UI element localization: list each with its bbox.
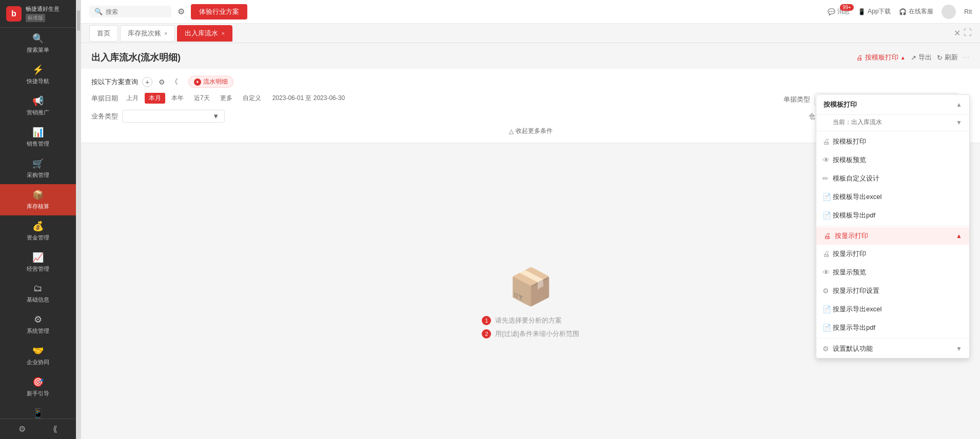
dropdown-footer-item[interactable]: ⚙ 设置默认功能 ▼ <box>816 340 969 358</box>
sidebar-item-purchase[interactable]: 🛒 采购管理 <box>0 153 76 184</box>
sidebar-item-marketing[interactable]: 📢 营销推广 <box>0 90 76 122</box>
collapse-sidebar-icon[interactable]: ⟪ <box>53 424 57 434</box>
message-button[interactable]: 💬 消息 99+ <box>828 7 850 16</box>
mobile-icon: 📱 <box>858 8 866 15</box>
current-arrow-icon: ▼ <box>956 119 962 126</box>
dropdown-item-label: 按显示导出pdf <box>833 323 875 332</box>
template-print-arrow-icon: ▲ <box>900 55 906 61</box>
sidebar-item-inventory[interactable]: 📦 库存核算 <box>0 184 76 215</box>
template-print-label: 按模板打印 <box>865 53 898 62</box>
filter-header: 按以下方案查询 + ⚙ 《 ✦ 流水明细 <box>91 76 970 88</box>
window-expand-icon[interactable]: ⛶ <box>964 28 972 38</box>
tab-inout-flow[interactable]: 出入库流水 × <box>177 25 232 42</box>
filter-settings-icon[interactable]: ⚙ <box>156 77 167 87</box>
dropdown-item-display-print-settings[interactable]: ⚙ 按显示打印设置 <box>816 282 969 300</box>
active-filter-tag: ✦ 流水明细 <box>188 76 233 88</box>
date-opt-custom[interactable]: 自定义 <box>239 93 265 104</box>
date-opt-this-month[interactable]: 本月 <box>145 93 165 104</box>
filter-add-button[interactable]: + <box>142 77 152 87</box>
sidebar-item-system[interactable]: ⚙ 系统管理 <box>0 309 76 340</box>
sidebar-scroll-indicator <box>76 0 81 439</box>
excel-icon-2: 📄 <box>822 305 831 313</box>
settings-gear-icon[interactable]: ⚙ <box>18 424 26 434</box>
username-label: Rit <box>964 8 972 15</box>
empty-step-1: 1 请先选择要分析的方案 <box>482 316 579 325</box>
export-button[interactable]: ↗ 导出 <box>911 53 932 62</box>
export-label: 导出 <box>918 53 932 62</box>
pdf-icon: 📄 <box>822 211 831 220</box>
avatar[interactable] <box>942 5 956 19</box>
tab-batch-account[interactable]: 库存批次账 × <box>120 25 175 42</box>
filter-title: 按以下方案查询 <box>91 77 138 87</box>
tab-home[interactable]: 首页 <box>89 25 118 42</box>
empty-steps: 1 请先选择要分析的方案 2 用[过滤]条件来缩小分析范围 <box>482 316 579 338</box>
dropdown-item-template-export-pdf[interactable]: 📄 按模板导出pdf <box>816 206 969 225</box>
date-opt-last-month[interactable]: 上月 <box>122 93 143 104</box>
industry-solution-button[interactable]: 体验行业方案 <box>191 4 247 19</box>
divider-2 <box>816 226 969 226</box>
sidebar-item-label: 营销推广 <box>27 109 49 116</box>
sidebar-bottom: ⚙ ⟪ <box>0 418 76 439</box>
date-opt-7days[interactable]: 近7天 <box>190 93 214 104</box>
dropdown-item-display-print[interactable]: 🖨 按显示打印 <box>816 245 969 263</box>
date-options: 上月 本月 本年 近7天 更多 自定义 <box>122 93 265 104</box>
dropdown-item-template-export-excel[interactable]: 📄 按模板导出excel <box>816 188 969 206</box>
printer-icon-2: 🖨 <box>822 250 830 258</box>
topbar-gear-icon[interactable]: ⚙ <box>178 7 185 16</box>
app-version: 标准版 <box>26 14 45 22</box>
step-2-label: 用[过滤]条件来缩小分析范围 <box>495 329 579 338</box>
sidebar-item-app-center[interactable]: 📱 应用中心 <box>0 403 76 418</box>
dropdown-item-label: 按模板打印 <box>833 137 866 146</box>
divider-3 <box>816 338 969 338</box>
template-print-button[interactable]: 🖨 按模板打印 ▲ <box>856 53 906 62</box>
date-opt-this-year[interactable]: 本年 <box>167 93 188 104</box>
tab-inout-flow-close-icon[interactable]: × <box>221 30 224 36</box>
display-print-section-header[interactable]: 🖨 按显示打印 ▲ <box>816 227 969 245</box>
more-options-icon[interactable]: ··· <box>963 53 970 62</box>
sidebar-item-operations[interactable]: 📈 经营管理 <box>0 247 76 278</box>
dropdown-item-display-export-pdf[interactable]: 📄 按显示导出pdf <box>816 318 969 337</box>
content-area: 出入库流水(流水明细) 🖨 按模板打印 ▲ ↗ 导出 ↻ 刷新 ··· <box>81 43 980 439</box>
tab-batch-account-label: 库存批次账 <box>128 29 161 38</box>
sidebar-item-search[interactable]: 🔍 搜索菜单 <box>0 28 76 59</box>
sidebar-item-basics[interactable]: 🗂 基础信息 <box>0 278 76 309</box>
tab-batch-account-close-icon[interactable]: × <box>164 30 167 36</box>
collapse-more-label: 收起更多条件 <box>516 127 553 135</box>
divider-1 <box>816 131 969 131</box>
date-opt-more[interactable]: 更多 <box>216 93 237 104</box>
footer-arrow-icon: ▼ <box>956 345 962 352</box>
window-close-icon[interactable]: ✕ <box>954 28 961 38</box>
sidebar-item-finance[interactable]: 💰 资金管理 <box>0 215 76 247</box>
app-name-container: 畅捷通好生意 标准版 <box>26 5 60 22</box>
sidebar-item-cooperation[interactable]: 🤝 企业协同 <box>0 340 76 371</box>
export-icon: ↗ <box>911 54 916 62</box>
filter-collapse-icon[interactable]: 《 <box>171 77 178 87</box>
sidebar-logo: b 畅捷通好生意 标准版 <box>0 0 76 28</box>
sidebar: b 畅捷通好生意 标准版 🔍 搜索菜单 ⚡ 快捷导航 📢 营销推广 📊 销售管理… <box>0 0 76 439</box>
step-2-number: 2 <box>482 329 491 338</box>
marketing-icon: 📢 <box>32 95 44 107</box>
filter-business-type-select[interactable]: ▼ <box>122 110 225 123</box>
sidebar-item-sales[interactable]: 📊 销售管理 <box>0 122 76 153</box>
sidebar-item-label: 销售管理 <box>27 140 49 148</box>
inventory-icon: 📦 <box>32 189 44 201</box>
sidebar-item-label: 企业协同 <box>27 358 49 366</box>
dropdown-item-display-preview[interactable]: 👁 按显示预览 <box>816 263 969 282</box>
step-1-label: 请先选择要分析的方案 <box>495 316 562 325</box>
online-service-button[interactable]: 🎧 在线客服 <box>899 7 933 16</box>
filter-tag-label: 流水明细 <box>203 77 228 86</box>
filter-tag: ✦ 流水明细 <box>188 76 233 88</box>
main-area: 🔍 ⚙ 体验行业方案 💬 消息 99+ 📱 App下载 🎧 在线客服 Rit <box>81 0 980 439</box>
dropdown-item-display-export-excel[interactable]: 📄 按显示导出excel <box>816 300 969 318</box>
dropdown-item-template-print[interactable]: 🖨 按模板打印 <box>816 132 969 151</box>
dropdown-item-template-preview[interactable]: 👁 按模板预览 <box>816 151 969 169</box>
printer-icon: 🖨 <box>822 137 830 146</box>
sidebar-item-guide[interactable]: 🎯 新手引导 <box>0 371 76 403</box>
sidebar-item-quick-nav[interactable]: ⚡ 快捷导航 <box>0 59 76 90</box>
page-actions: 🖨 按模板打印 ▲ ↗ 导出 ↻ 刷新 ··· <box>856 53 970 62</box>
dropdown-item-template-customize[interactable]: ✏ 模板自定义设计 <box>816 169 969 188</box>
app-download-button[interactable]: 📱 App下载 <box>858 7 891 16</box>
search-input[interactable] <box>106 8 157 15</box>
step-1-number: 1 <box>482 316 491 325</box>
refresh-button[interactable]: ↻ 刷新 <box>937 53 958 62</box>
